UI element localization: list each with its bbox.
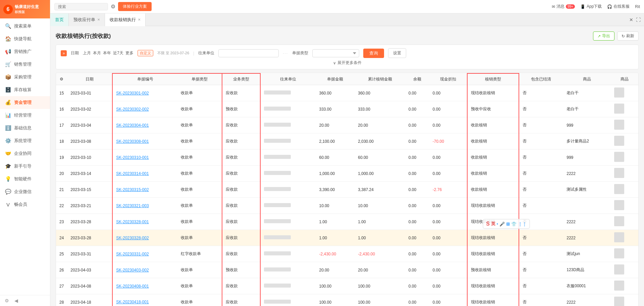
col-date[interactable]: 日期 [67, 73, 112, 85]
doc-no-link[interactable]: SK-20230310-001 [116, 155, 149, 160]
row-doc-no: SK-20230408-001 [112, 278, 177, 294]
row-biz-type: 应收款 [222, 133, 261, 149]
doc-no-link[interactable]: SK-20230304-001 [116, 123, 149, 128]
doc-no-link[interactable]: SK-20230328-001 [116, 220, 149, 224]
sidebar-item-sales[interactable]: 🛒销售管理 [0, 58, 50, 71]
doc-no-link[interactable]: SK-20230308-001 [116, 139, 149, 144]
gear-icon[interactable]: ⚙ [111, 3, 115, 10]
doc-no-link[interactable]: SK-20230314-001 [116, 171, 149, 176]
sidebar-item-wechat[interactable]: 💬企业微信 [0, 185, 50, 198]
col-goods[interactable]: 商品 [563, 73, 611, 85]
col-included[interactable]: 包含已结清 [519, 73, 564, 85]
doc-no-link[interactable]: SK-20230302-002 [116, 107, 149, 112]
sidebar-item-enterprise[interactable]: 🤝企业协同 [0, 147, 50, 160]
tab-pre-payment[interactable]: 预收应付单 ✕ [69, 13, 105, 26]
doc-no-link[interactable]: SK-20230403-002 [116, 268, 149, 272]
service-btn[interactable]: 🎧 在线客服 [607, 4, 630, 9]
export-button[interactable]: ↗ 导出 [593, 32, 614, 41]
tab-close-payment-verify[interactable]: ✕ [138, 18, 141, 21]
settings-button[interactable]: 设置 [388, 48, 406, 58]
row-verified: 100.00 [355, 278, 405, 294]
sidebar-item-purchase[interactable]: 📦采购管理 [0, 71, 50, 83]
doc-no-link[interactable]: SK-20230328-002 [116, 236, 149, 240]
tab-close-pre-payment[interactable]: ✕ [97, 18, 100, 21]
col-doc-type[interactable]: 单据类型 [177, 73, 222, 85]
col-doc-no[interactable]: 单据编号 [112, 73, 177, 85]
enterprise-icon: 🤝 [5, 150, 11, 157]
doc-no-link[interactable]: SK-20230418-001 [116, 300, 149, 304]
date-prev-month[interactable]: 上月 [83, 50, 91, 56]
refresh-button[interactable]: ↻ 刷新 [617, 32, 639, 41]
row-amount: 1.00 [316, 230, 355, 246]
sidebar-item-vip[interactable]: V畅会员 [0, 198, 50, 211]
sidebar-item-inventory[interactable]: 🗄️库存核算 [0, 83, 50, 96]
col-verify-type[interactable]: 核销类型 [467, 73, 519, 85]
doc-no-link[interactable]: SK-20230408-001 [116, 284, 149, 289]
col-discount[interactable]: 现金折扣 [429, 73, 467, 85]
row-biz-type: 应收款 [222, 182, 261, 198]
date-curr-year[interactable]: 本年 [103, 50, 111, 56]
search-input[interactable] [54, 3, 108, 10]
row-verified: 100.00 [355, 294, 405, 306]
app-download-btn[interactable]: 📱 App下载 [580, 4, 602, 9]
col-settings[interactable]: ⚙ [56, 73, 67, 85]
sidebar-item-guide[interactable]: 🎓新手引导 [0, 160, 50, 173]
doc-no-link[interactable]: SK-20230301-002 [116, 91, 149, 96]
sidebar-item-finance[interactable]: 💰资金管理 [0, 96, 50, 109]
row-goods: 999 [563, 149, 611, 166]
date-more[interactable]: 更多 [125, 50, 133, 56]
partner-input[interactable] [218, 49, 279, 57]
expand-tabs-icon[interactable]: ⛶ [636, 17, 641, 22]
filter-expand-btn[interactable]: ∨ 展开更多条件 [61, 60, 634, 66]
sidebar-item-quick-nav[interactable]: 🏠快捷导航 [0, 33, 50, 45]
tab-payment-verify[interactable]: 收款核销执行 ✕ [105, 13, 146, 26]
table-body: 15 2023-03-01 SK-20230301-002 收款单 应收款 36… [56, 85, 638, 306]
sidebar-item-label-inventory: 库存核算 [14, 87, 32, 93]
sidebar-item-system[interactable]: ⚙️系统管理 [0, 134, 50, 147]
row-date: 2023-04-18 [67, 294, 112, 306]
sidebar-item-hardware[interactable]: 💡智能硬件 [0, 173, 50, 185]
row-date: 2023-03-31 [67, 246, 112, 262]
user-menu[interactable]: Rit [635, 4, 640, 9]
doc-no-link[interactable]: SK-20230321-003 [116, 203, 149, 208]
sidebar-item-basic-info[interactable]: ℹ️基础信息 [0, 122, 50, 134]
solution-button[interactable]: 体验行业方案 [118, 2, 152, 11]
doc-no-link[interactable]: SK-20230331-002 [116, 252, 149, 256]
row-discount: 0.00 [429, 101, 467, 117]
row-partner [260, 278, 316, 294]
row-doc-no: SK-20230301-002 [112, 85, 177, 101]
collapse-icon[interactable]: ◀ [14, 298, 18, 303]
message-btn[interactable]: ✉ 消息 99+ [552, 4, 575, 9]
doc-type-select[interactable] [312, 49, 359, 57]
settings-icon[interactable]: ⚙ [5, 298, 9, 303]
row-goods2 [611, 166, 638, 182]
date-custom-btn[interactable]: 自定义 [138, 50, 153, 56]
inventory-icon: 🗄️ [5, 87, 11, 93]
row-balance: 0.00 [405, 278, 429, 294]
row-partner [260, 198, 316, 214]
row-verified: 333.00 [355, 101, 405, 117]
sidebar-item-marketing[interactable]: 📢营销推广 [0, 45, 50, 58]
col-balance[interactable]: 余额 [405, 73, 429, 85]
row-amount: 100.00 [316, 294, 355, 306]
sidebar-item-operation[interactable]: 📊经营管理 [0, 109, 50, 122]
row-discount: 0.00 [429, 166, 467, 182]
row-goods: 2222 [563, 166, 611, 182]
col-biz-type[interactable]: 业务类型 [222, 73, 261, 85]
date-curr-month[interactable]: 本月 [93, 50, 101, 56]
close-all-tabs-icon[interactable]: ✕ [629, 17, 633, 22]
tab-home[interactable]: 首页 [50, 13, 69, 26]
sidebar-item-label-marketing: 营销推广 [14, 49, 32, 55]
query-button[interactable]: 查询 [363, 49, 384, 58]
page-title-bar: 收款核销执行(按收款) ↗ 导出 ↻ 刷新 [56, 32, 639, 41]
doc-no-link[interactable]: SK-20230315-002 [116, 187, 149, 192]
col-partner[interactable]: 往来单位 [260, 73, 316, 85]
filter-collapse-btn[interactable]: » [61, 50, 67, 56]
col-goods2[interactable]: 商品 [611, 73, 638, 85]
row-included: 否 [519, 182, 564, 198]
col-amount[interactable]: 单据金额 [316, 73, 355, 85]
sidebar-item-search[interactable]: 🔍搜索菜单 [0, 20, 50, 33]
row-biz-type: 应收款 [222, 294, 261, 306]
date-7days[interactable]: 近7天 [113, 50, 123, 56]
col-verified[interactable]: 累计核销金额 [355, 73, 405, 85]
